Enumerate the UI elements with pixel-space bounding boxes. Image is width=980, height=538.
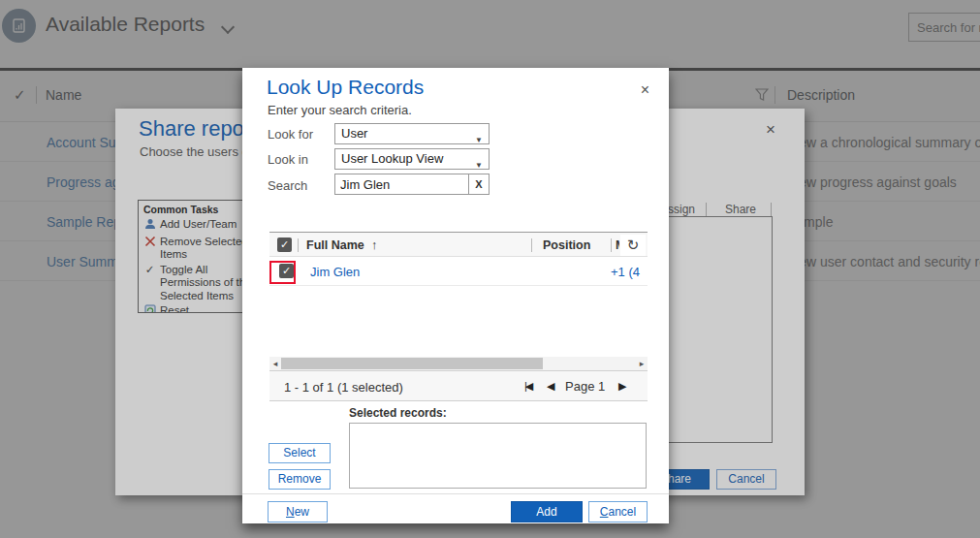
add-button[interactable]: Add bbox=[511, 501, 583, 522]
full-name-column-header[interactable]: Full Name bbox=[306, 238, 364, 252]
next-page-icon[interactable]: ▶ bbox=[618, 380, 626, 393]
column-divider bbox=[298, 238, 299, 252]
selected-records-label: Selected records: bbox=[349, 406, 447, 420]
look-for-select[interactable]: User ▼ bbox=[334, 123, 490, 144]
search-label: Search bbox=[268, 178, 307, 193]
refresh-icon[interactable]: ↻ bbox=[620, 235, 646, 256]
look-in-select[interactable]: User Lookup View ▼ bbox=[334, 148, 490, 170]
selected-records-box[interactable] bbox=[349, 423, 647, 489]
column-divider bbox=[611, 238, 612, 252]
pagination-bar: 1 - 1 of 1 (1 selected) |◀ ◀ Page 1 ▶ bbox=[269, 370, 648, 401]
previous-page-icon[interactable]: ◀ bbox=[547, 380, 554, 393]
remove-button[interactable]: Remove bbox=[269, 469, 331, 490]
record-name-link[interactable]: Jim Glen bbox=[310, 265, 360, 279]
results-empty-area bbox=[269, 286, 648, 357]
clipped-column-header: M bbox=[616, 238, 619, 252]
record-phone: +1 (4 bbox=[611, 265, 648, 279]
sort-ascending-icon: ↑ bbox=[371, 238, 377, 252]
lookup-records-dialog: Look Up Records Enter your search criter… bbox=[242, 68, 669, 523]
cancel-button[interactable]: Cancel bbox=[588, 501, 648, 522]
position-column-header[interactable]: Position bbox=[543, 238, 590, 252]
look-for-label: Look for bbox=[268, 127, 313, 142]
select-all-checkbox[interactable]: ✓ bbox=[277, 237, 292, 252]
scroll-right-icon[interactable]: ▸ bbox=[636, 357, 648, 370]
search-input[interactable] bbox=[335, 174, 469, 194]
close-icon[interactable]: × bbox=[641, 81, 649, 99]
clear-search-icon[interactable]: X bbox=[468, 174, 489, 194]
look-in-label: Look in bbox=[268, 152, 308, 167]
horizontal-scrollbar[interactable]: ◂ ▸ bbox=[269, 357, 648, 370]
first-page-icon[interactable]: |◀ bbox=[524, 380, 531, 393]
dropdown-arrow-icon: ▼ bbox=[475, 156, 483, 175]
look-for-value: User bbox=[341, 126, 367, 141]
result-row[interactable]: ✓ Jim Glen +1 (4 bbox=[269, 257, 648, 286]
footer-divider bbox=[242, 493, 669, 494]
record-count-status: 1 - 1 of 1 (1 selected) bbox=[284, 380, 403, 395]
results-table: ✓ Full Name ↑ Position M ↻ ✓ Jim Glen +1… bbox=[269, 232, 648, 401]
results-header-row: ✓ Full Name ↑ Position M ↻ bbox=[269, 232, 648, 257]
column-divider bbox=[531, 238, 532, 252]
look-in-value: User Lookup View bbox=[341, 151, 443, 166]
select-button[interactable]: Select bbox=[269, 443, 331, 463]
page-number: Page 1 bbox=[565, 379, 605, 394]
dialog-title: Look Up Records bbox=[267, 76, 424, 99]
scrollbar-thumb[interactable] bbox=[281, 358, 543, 369]
search-field-wrap: X bbox=[334, 174, 490, 195]
new-button[interactable]: New bbox=[268, 501, 328, 522]
app-window: Available Reports ✓ Name Description Acc… bbox=[0, 0, 980, 538]
row-checkbox[interactable]: ✓ bbox=[279, 264, 294, 278]
dropdown-arrow-icon: ▼ bbox=[475, 131, 483, 150]
dialog-subtitle: Enter your search criteria. bbox=[268, 103, 412, 117]
scroll-left-icon[interactable]: ◂ bbox=[269, 357, 281, 370]
